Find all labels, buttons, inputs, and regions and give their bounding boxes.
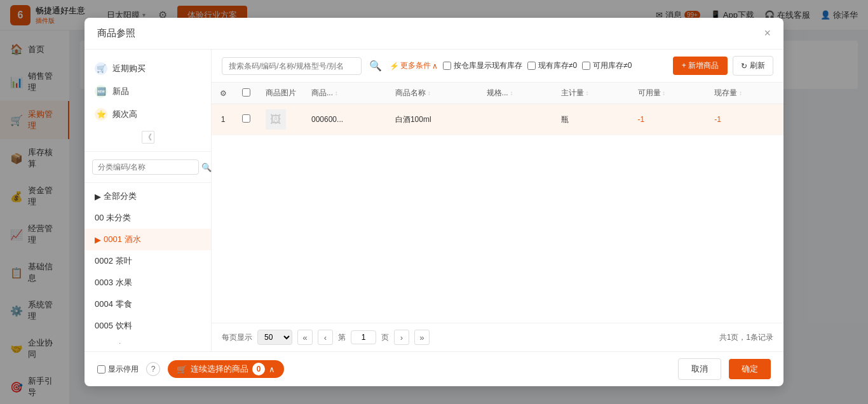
product-search-button[interactable]: 🔍: [367, 60, 384, 72]
product-thumbnail: 🖼: [266, 109, 286, 130]
page-input[interactable]: [351, 330, 376, 344]
category-0001[interactable]: ▶ 0001 酒水: [85, 229, 211, 250]
quick-item-recent[interactable]: 🛒 近期购买: [85, 57, 211, 80]
cart-collapse-icon: ∧: [269, 365, 275, 374]
total-info: 共1页，1条记录: [719, 332, 773, 343]
add-product-button[interactable]: + 新增商品: [673, 57, 728, 75]
col-check: [234, 83, 258, 104]
col-image: 商品图片: [258, 83, 304, 104]
col-spec[interactable]: 规格...: [479, 83, 553, 104]
prev-page-button[interactable]: ‹: [318, 330, 333, 345]
recent-icon: 🛒: [95, 62, 107, 75]
category-search-input[interactable]: [92, 159, 199, 175]
more-filter-button[interactable]: ⚡ 更多条件 ∧: [390, 60, 438, 71]
next-page-button[interactable]: ›: [394, 330, 409, 345]
modal-footer: 显示停用 ? 🛒 连续选择的商品 0 ∧ 取消 确定: [85, 351, 783, 386]
table-body: 1 🖼 000600... 白酒100ml 瓶 -1 -1: [212, 104, 783, 135]
category-search-icon[interactable]: 🔍: [201, 163, 212, 172]
cart-icon: 🛒: [177, 365, 187, 374]
row-unit: 瓶: [553, 104, 630, 135]
usable-check[interactable]: 可用库存≠0: [582, 60, 632, 71]
new-icon: 🆕: [95, 85, 107, 98]
col-name[interactable]: 商品名称: [388, 83, 479, 104]
divider2: [85, 182, 211, 183]
category-0003[interactable]: 0003 水果: [85, 272, 211, 293]
cart-label: 连续选择的商品: [191, 363, 248, 375]
product-reference-modal: 商品参照 × 🛒 近期购买 🆕 新品 ⭐ 频次高: [85, 18, 783, 386]
show-inactive-label[interactable]: 显示停用: [97, 364, 139, 375]
refresh-icon: ↻: [741, 62, 747, 71]
collapse-button[interactable]: 《: [142, 131, 154, 144]
right-panel: 🔍 ⚡ 更多条件 ∧ 按仓库显示现有库存 现有库存≠0: [212, 50, 783, 351]
per-page-label: 每页显示: [222, 332, 252, 343]
cart-area[interactable]: 🛒 连续选择的商品 0 ∧: [168, 360, 284, 378]
page-label: 第: [338, 332, 346, 343]
category-arrow: ▶: [95, 192, 101, 201]
product-search-input[interactable]: [222, 57, 362, 75]
row-image: 🖼: [258, 104, 304, 135]
category-arrow: ▶: [95, 235, 101, 245]
modal-close-button[interactable]: ×: [764, 27, 771, 40]
row-spec: [479, 104, 553, 135]
filter-icon: ⚡: [390, 62, 399, 71]
help-icon[interactable]: ?: [146, 362, 160, 376]
col-gear: ⚙: [212, 83, 234, 104]
page-unit-label: 页: [381, 332, 389, 343]
warehouse-display-check[interactable]: 按仓库显示现有库存: [443, 60, 522, 71]
first-page-button[interactable]: «: [297, 330, 313, 345]
category-list: ▶ 全部分类 00 未分类 ▶ 0001 酒水 0002 茶叶 0003 水果: [85, 185, 211, 344]
confirm-button[interactable]: 确定: [729, 359, 771, 379]
select-all-checkbox[interactable]: [242, 88, 250, 97]
col-stock[interactable]: 现存量: [707, 83, 783, 104]
pagination: 每页显示 50 10 20 100 « ‹ 第 页 › » 共1页，1条记录: [212, 323, 783, 351]
available-check[interactable]: 现有库存≠0: [527, 60, 577, 71]
left-panel: 🛒 近期购买 🆕 新品 ⭐ 频次高 《: [85, 50, 212, 351]
modal-body: 🛒 近期购买 🆕 新品 ⭐ 频次高 《: [85, 50, 783, 351]
cart-count: 0: [252, 363, 265, 375]
category-0002[interactable]: 0002 茶叶: [85, 250, 211, 272]
quick-item-new[interactable]: 🆕 新品: [85, 80, 211, 103]
category-0005[interactable]: 0005 饮料: [85, 315, 211, 337]
row-check[interactable]: [234, 104, 258, 135]
row-num: 1: [212, 104, 234, 135]
category-search-row: 🔍: [85, 154, 211, 180]
filter-bar: 🔍 ⚡ 更多条件 ∧ 按仓库显示现有库存 现有库存≠0: [212, 50, 783, 83]
refresh-modal-button[interactable]: ↻ 刷新: [733, 56, 773, 76]
product-table-area: ⚙ 商品图片 商品... 商品名称 规格... 主计量 可用量 现存量: [212, 83, 783, 323]
row-available: -1: [630, 104, 707, 135]
row-stock: -1: [707, 104, 783, 135]
col-code[interactable]: 商品...: [304, 83, 388, 104]
cancel-button[interactable]: 取消: [678, 358, 721, 380]
divider: [85, 151, 211, 152]
category-unclassified[interactable]: 00 未分类: [85, 207, 211, 229]
product-table: ⚙ 商品图片 商品... 商品名称 规格... 主计量 可用量 现存量: [212, 83, 783, 135]
usable-checkbox[interactable]: [582, 62, 590, 70]
table-row[interactable]: 1 🖼 000600... 白酒100ml 瓶 -1 -1: [212, 104, 783, 135]
row-code: 000600...: [304, 104, 388, 135]
modal-overlay: 商品参照 × 🛒 近期购买 🆕 新品 ⭐ 频次高: [0, 0, 868, 404]
last-page-button[interactable]: »: [414, 330, 430, 345]
modal-header: 商品参照 ×: [85, 18, 783, 50]
available-checkbox[interactable]: [527, 62, 536, 70]
row-name: 白酒100ml: [388, 104, 479, 135]
col-available[interactable]: 可用量: [630, 83, 707, 104]
frequent-icon: ⭐: [95, 108, 107, 121]
show-inactive-checkbox[interactable]: [97, 365, 105, 374]
category-0008[interactable]: 0008 水: [85, 337, 211, 344]
table-header: ⚙ 商品图片 商品... 商品名称 规格... 主计量 可用量 现存量: [212, 83, 783, 104]
per-page-select[interactable]: 50 10 20 100: [257, 330, 292, 345]
col-unit[interactable]: 主计量: [553, 83, 630, 104]
category-all[interactable]: ▶ 全部分类: [85, 185, 211, 207]
modal-title: 商品参照: [97, 27, 135, 39]
quick-item-frequent[interactable]: ⭐ 频次高: [85, 103, 211, 126]
category-0004[interactable]: 0004 零食: [85, 293, 211, 315]
warehouse-checkbox[interactable]: [443, 62, 451, 70]
